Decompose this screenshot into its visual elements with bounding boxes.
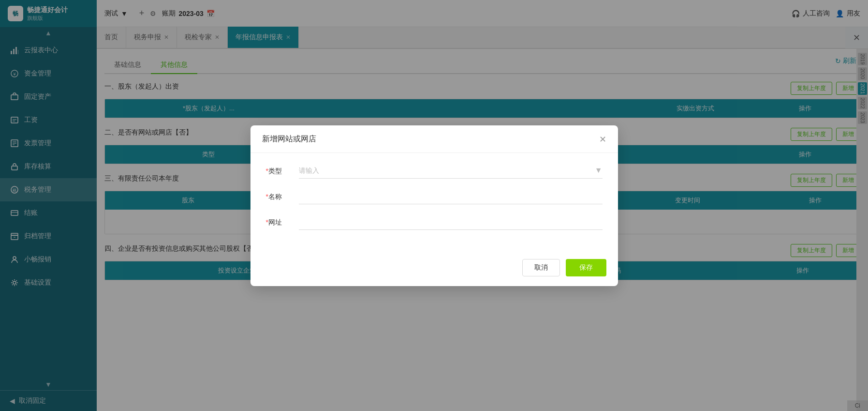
modal-backdrop[interactable]: 新增网站或网店 ✕ *类型 ▼ *名称 bbox=[0, 0, 868, 411]
type-input[interactable] bbox=[299, 165, 595, 176]
modal-body: *类型 ▼ *名称 *网址 bbox=[250, 153, 618, 253]
url-label: *网址 bbox=[266, 218, 295, 227]
modal-footer: 取消 保存 bbox=[250, 253, 618, 286]
name-label: *名称 bbox=[266, 193, 295, 201]
form-row-type: *类型 ▼ bbox=[266, 165, 603, 179]
cancel-button[interactable]: 取消 bbox=[522, 259, 560, 276]
name-input-wrap bbox=[299, 190, 603, 204]
type-label: *类型 bbox=[266, 167, 295, 176]
form-row-url: *网址 bbox=[266, 216, 603, 230]
url-input[interactable] bbox=[299, 216, 603, 228]
form-row-name: *名称 bbox=[266, 190, 603, 204]
type-dropdown-icon[interactable]: ▼ bbox=[595, 166, 603, 175]
url-required-mark: * bbox=[266, 218, 268, 226]
modal-close-button[interactable]: ✕ bbox=[599, 134, 606, 145]
name-required-mark: * bbox=[266, 193, 268, 200]
type-required-mark: * bbox=[266, 167, 268, 175]
add-website-modal: 新增网站或网店 ✕ *类型 ▼ *名称 bbox=[250, 125, 618, 286]
modal-header: 新增网站或网店 ✕ bbox=[250, 125, 618, 153]
url-input-wrap bbox=[299, 216, 603, 230]
modal-title: 新增网站或网店 bbox=[262, 134, 316, 144]
save-button[interactable]: 保存 bbox=[566, 259, 606, 276]
type-input-wrap: ▼ bbox=[299, 165, 603, 179]
name-input[interactable] bbox=[299, 190, 603, 202]
